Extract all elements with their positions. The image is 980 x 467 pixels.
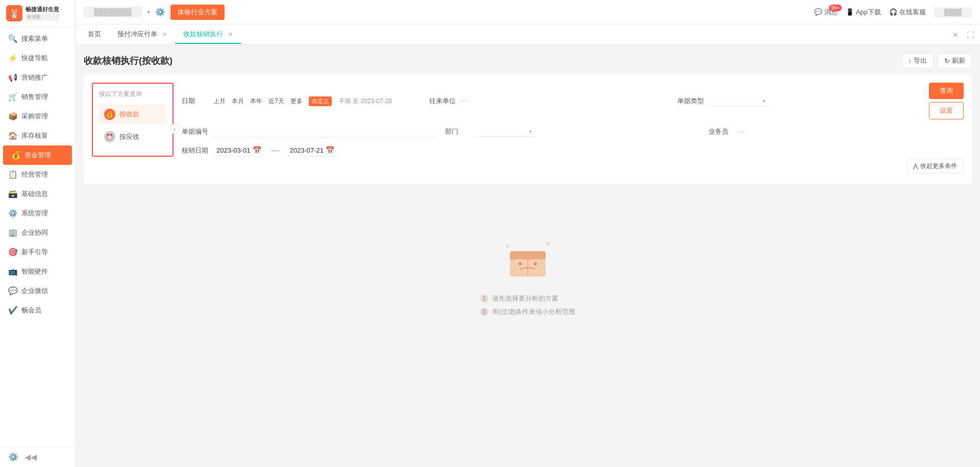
logo-tag: 标准版 [26,13,59,21]
message-button[interactable]: 💬 消息 99+ [814,8,838,17]
verify-date-start-wrap: 2023-03-01 📅 [212,144,265,157]
by-receivable-icon: ⏰ [104,131,115,142]
sidebar-label-hardware: 智能硬件 [21,267,48,276]
query-buttons: 查询 设置 [929,83,964,119]
content-area: 收款核销执行(按收款) ↑ 导出 ↻ 刷新 按以下方案 [76,45,980,467]
date-tab-7days[interactable]: 近7天 [266,96,286,107]
sidebar-label-system: 系统管理 [21,209,48,218]
order-no-input[interactable] [212,126,437,138]
sidebar-item-marketing[interactable]: 📢 营销推广 [0,68,75,87]
marketing-icon: 📢 [8,73,17,82]
sidebar-item-inventory[interactable]: 🏠 库存核算 [0,126,75,145]
date-custom-tag[interactable]: 自定义 [309,96,332,106]
page-content: 收款核销执行(按收款) ↑ 导出 ↻ 刷新 按以下方案 [76,45,980,367]
sidebar-item-quick-nav[interactable]: ⚡ 快捷导航 [0,48,75,68]
svg-point-5 [534,262,537,265]
topbar-right: 💬 消息 99+ 📱 App下载 🎧 在线客服 ████ [814,7,972,17]
verify-date-start: 2023-03-01 [216,146,251,154]
tab-receipt-verify[interactable]: 收款核销执行 ✕ [175,26,241,44]
dept-select[interactable]: ▾ [475,127,536,137]
filter-option-by-receivable[interactable]: ⏰ 按应收 [99,127,166,146]
query-button[interactable]: 查询 [929,83,964,99]
sidebar-item-operations[interactable]: 📋 经营管理 [0,165,75,184]
empty-illustration [497,231,558,282]
online-service-label: 在线客服 [899,8,926,17]
search-icon: 🔍 [8,34,17,43]
sidebar-item-sales[interactable]: 🛒 销售管理 [0,87,75,107]
topbar-gear-icon[interactable]: ⚙️ [155,7,165,17]
collapse-sidebar-icon[interactable]: ◀◀ [24,452,37,462]
sidebar-item-wechat[interactable]: 💬 企业微信 [0,281,75,301]
tab-expand-icon[interactable]: ⛶ [965,29,976,41]
collapse-more-button[interactable]: ⋀ 收起更多条件 [906,159,964,174]
date-separator: — [270,146,282,155]
date-tab-this-month[interactable]: 本月 [230,96,246,107]
sidebar-label-quick-nav: 快捷导航 [21,54,48,63]
hardware-icon: 📺 [8,267,17,276]
salesperson-select[interactable]: ··· [738,127,745,136]
operations-icon: 📋 [8,170,17,179]
order-no-field: 单据编号 [182,126,437,138]
order-type-arrow: ▾ [763,98,765,104]
enterprise-icon: 🏢 [8,228,17,237]
fund-icon: 💰 [11,151,20,160]
sidebar-item-member[interactable]: ✔️ 畅会员 [0,301,75,320]
order-type-field: 单据类型 ▾ [677,96,917,106]
sidebar-label-search: 搜索菜单 [21,34,48,43]
sidebar-item-enterprise[interactable]: 🏢 企业协同 [0,223,75,242]
by-receipt-icon: 💰 [104,109,115,120]
app-download-button[interactable]: 📱 App下载 [846,8,881,17]
sidebar-label-fund: 资金管理 [24,151,51,160]
tab-receipt-verify-close[interactable]: ✕ [228,31,233,38]
filter-collapse-button[interactable]: « [169,124,180,134]
sidebar-item-fund[interactable]: 💰 资金管理 [3,145,72,165]
app-download-label: App下载 [856,8,881,17]
sidebar-item-system[interactable]: ⚙️ 系统管理 [0,204,75,223]
tab-receipt-verify-label: 收款核销执行 [183,30,223,39]
sidebar-label-marketing: 营销推广 [21,73,48,82]
counterparty-select[interactable]: ··· [460,96,467,106]
basic-icon: 🗃️ [8,189,17,199]
tab-home[interactable]: 首页 [80,26,109,44]
message-icon: 💬 [814,8,822,16]
svg-point-7 [546,241,550,245]
online-service-button[interactable]: 🎧 在线客服 [889,8,926,17]
sidebar-item-hardware[interactable]: 📺 智能硬件 [0,262,75,281]
date-tab-this-year[interactable]: 本年 [248,96,264,107]
date-tab-last-month[interactable]: 上月 [211,96,228,107]
quick-nav-icon: ⚡ [8,54,17,63]
main: ████████ ▾ ⚙️ 体验行业方案 💬 消息 99+ 📱 App下载 🎧 … [76,0,980,467]
sidebar-menu: 🔍 搜索菜单 ⚡ 快捷导航 📢 营销推广 🛒 销售管理 📦 采购管理 🏠 库存核… [0,27,75,447]
topbar-left: ████████ ▾ ⚙️ 体验行业方案 [84,5,225,20]
settings-bottom-icon[interactable]: ⚙️ [8,452,18,462]
sidebar-item-purchase[interactable]: 📦 采购管理 [0,107,75,126]
sidebar-item-guide[interactable]: 🎯 新手引导 [0,242,75,262]
filter-panel: 按以下方案查询 💰 按收款 ⏰ 按应收 « [84,75,972,184]
settings-button[interactable]: 设置 [929,102,964,119]
verify-date-start-icon[interactable]: 📅 [253,146,261,154]
sidebar-bottom: ⚙️ ◀◀ [0,447,75,467]
tab-prepay-close[interactable]: ✕ [162,31,167,38]
tab-prepay[interactable]: 预付冲应付单 ✕ [109,26,175,44]
sidebar-label-inventory: 库存核算 [21,131,48,140]
filter-row-1: 日期 上月 本月 本年 近7天 更多 自定义 [182,83,964,119]
sidebar-label-enterprise: 企业协同 [21,228,48,237]
sidebar-item-search[interactable]: 🔍 搜索菜单 [0,29,75,48]
filter-option-by-receipt[interactable]: 💰 按收款 [99,105,166,124]
sidebar-label-basic: 基础信息 [21,189,48,199]
verify-date-label: 核销日期 [182,146,208,155]
solution-button[interactable]: 体验行业方案 [170,5,225,20]
system-icon: ⚙️ [8,209,17,218]
topbar-dropdown-arrow[interactable]: ▾ [147,9,150,16]
tab-close-all-icon[interactable]: ✕ [950,29,961,41]
verify-date-end-icon[interactable]: 📅 [326,146,334,154]
topbar-brand: ████████ [84,7,142,17]
sidebar-item-basic[interactable]: 🗃️ 基础信息 [0,184,75,204]
export-button[interactable]: ↑ 导出 [902,53,934,68]
sidebar: 🐰 畅捷通好生意 标准版 🔍 搜索菜单 ⚡ 快捷导航 📢 营销推广 🛒 销售管理… [0,0,76,467]
date-tab-more[interactable]: 更多 [288,96,305,107]
order-type-select[interactable]: ▾ [708,96,769,106]
logo-text: 畅捷通好生意 标准版 [26,6,59,21]
salesperson-field: 业务员 ··· [708,127,964,136]
refresh-button[interactable]: ↻ 刷新 [938,53,972,68]
